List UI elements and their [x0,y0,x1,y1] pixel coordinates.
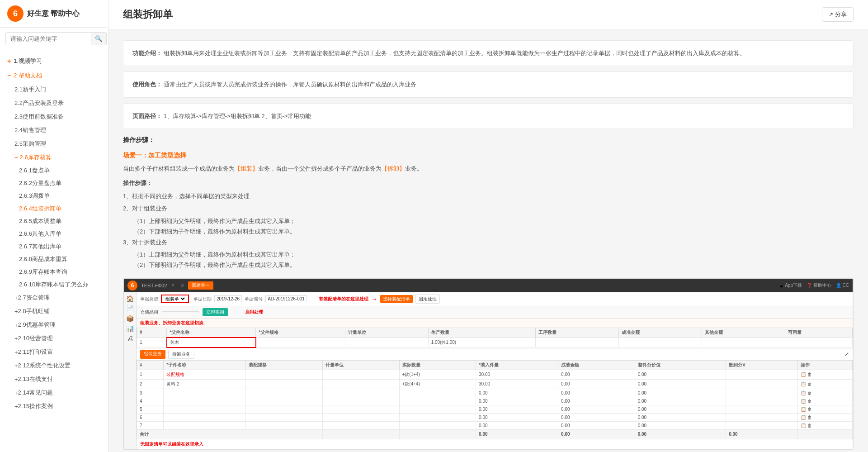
plus-icon-online: + [14,376,18,383]
bth-child-spec: 装配规格 [246,360,323,370]
search-box: 🔍 [0,28,108,50]
sidebar-item-inv264[interactable]: 2.6.4组装拆卸单 [0,202,108,215]
minus-icon-docs: − [7,72,11,79]
fake-sidebar-icon4: 📊 [126,325,134,332]
btable-row-3: 3 0.00 0.00 0.00 [137,389,853,397]
sidebar-item-video-label: 1.视频学习 [14,57,42,65]
btable-row-6: 6 0.00 0.00 0.00 [137,413,853,421]
main-content: 组装拆卸单 ↗ 分享 功能介绍： 组装拆卸单用来处理企业组装或拆卸等加工业务，支… [108,0,868,452]
sidebar-item-custom[interactable]: + 2.12系统个性化设置 [0,359,108,372]
fake-expand-icon: ⤢ [844,351,849,357]
fake-bottom-toolbar: 组装业务 拆卸业务 ⤢ [137,348,853,360]
sidebar-item-purchase[interactable]: 2.5采购管理 [0,137,108,151]
plus-icon-mobile: + [14,308,18,315]
fake-bottom-table: # *子件名称 装配规格 计量单位 实际数量 *装入件量 成准金额 整件分价值 [137,360,853,439]
intro-block: 功能介绍： 组装拆卸单用来处理企业组装或拆卸等加工业务，支持有固定装配清单的产品… [123,40,854,66]
bth-parts-val: 整件分价值 [635,360,726,370]
fake-select-bill-btn[interactable]: 选择装配清单 [380,295,413,303]
logo-text: 好生意 帮助中心 [27,9,80,19]
sidebar-item-inv269[interactable]: 2.6.9库存账本查询 [0,266,108,278]
annotation2: 组装业务、拆卸业务在这里切换 [140,320,203,326]
sidebar-item-predata[interactable]: 2.3使用前数据准备 [0,110,108,124]
sidebar-item-newbie[interactable]: 2.1新手入门 [0,83,108,96]
sidebar-item-inv268[interactable]: 2.6.8商品成本重算 [0,253,108,266]
fake-date-label: 单据日期 [193,296,212,302]
sidebar: 6 好生意 帮助中心 🔍 + 1.视频学习 − 2.帮助文档 2.1新手入门 2… [0,0,108,452]
btable-row-7: 7 0.00 0.00 0.00 [137,421,853,429]
fake-ui: 6 TEST-H002 ▼ ⚙ 新建单一 📱 App下载 ❓ 帮助中心 👤 CC [123,278,853,450]
fake-toolbar-type-box: 组装单 拆卸单 [161,295,189,303]
fake-date-value: 2019-12-26 [214,295,242,302]
sidebar-item-print[interactable]: + 2.11打印设置 [0,345,108,359]
th-prod-qty: 生产数量 [428,328,536,338]
fake-sure-btn[interactable]: 立即实用 [203,308,228,316]
fake-enable-btn[interactable]: 启用处理 [415,295,440,304]
path-text: 1、库存核算->库存管理->组装拆卸单 2、首页->常用功能 [164,113,311,119]
td-prod-qty: 1.00(共1.00) [428,338,536,347]
th-other: 其他金额 [702,328,785,338]
fake-logo: 6 [127,281,137,290]
sidebar-item-mgmt[interactable]: + 2.10经营管理 [0,332,108,345]
step3-2: （2）下部明细为子件明细，最终作为产成品生成其它入库单。 [123,260,854,270]
sidebar-item-inv267[interactable]: 2.6.7其他出库单 [0,240,108,253]
operations-title: 操作步骤： [123,136,854,144]
fake-ui-topbar: 6 TEST-H002 ▼ ⚙ 新建单一 📱 App下载 ❓ 帮助中心 👤 CC [124,279,853,292]
annotation4-row: 无固定清单可以组装在这里录入 [137,439,853,449]
fake-bottom-tabs: 组装业务 拆卸业务 [140,350,194,359]
td-num: 1 [137,338,167,347]
sidebar-item-inv2610[interactable]: 2.6.10库存账本错了怎么办 [0,278,108,291]
scenario1-desc: 当由多个子件材料组装成一个成品的业务为【组装】业务，当由一个父件拆分成多个子产品… [123,163,854,174]
sidebar-item-coupon[interactable]: + 2.9优惠券管理 [0,318,108,332]
sidebar-item-inv265[interactable]: 2.6.5成本调整单 [0,215,108,228]
sidebar-item-video[interactable]: + 1.视频学习 [0,54,108,68]
plus-icon-print: + [14,349,18,356]
sidebar-header: 6 好生意 帮助中心 [0,0,108,28]
bth-ops: 操作 [798,360,853,370]
fake-main-content: 单据类型 组装单 拆卸单 单据日期 2019-12-26 单据编号 [137,292,853,449]
sidebar-item-inventory[interactable]: − 2.6库存核算 [0,151,108,164]
plus-icon-mgmt: + [14,335,18,342]
sidebar-item-cases[interactable]: + 2.15操作案例 [0,400,108,413]
th-cost: 成准金额 [619,328,702,338]
step3-1: （1）上部明细为父件明细，最终作为原材料生成其它出库单； [123,249,854,260]
td-parent-name: 关木 [167,338,256,347]
content-area: 功能介绍： 组装拆卸单用来处理企业组装或拆卸等加工业务，支持有固定装配清单的产品… [108,29,868,452]
screenshot-container: 6 TEST-H002 ▼ ⚙ 新建单一 📱 App下载 ❓ 帮助中心 👤 CC [123,278,854,450]
minus-icon-inventory: − [14,154,18,161]
fake-top-table: # *父件名称 *父件规格 计量单位 生产数量 工序数量 成准金额 其他金额 [137,328,853,348]
fake-type-select[interactable]: 组装单 拆卸单 [164,296,186,302]
sidebar-item-mobile[interactable]: + 2.8手机旺铺 [0,305,108,318]
sidebar-item-install[interactable]: 2.2产品安装及登录 [0,96,108,110]
highlight-disassemble: 【拆卸】 [382,165,405,172]
sidebar-item-docs[interactable]: − 2.帮助文档 [0,68,108,83]
sidebar-item-inv266[interactable]: 2.6.6其他入库单 [0,228,108,240]
role-text: 通常由生产人员或库管人员完成拆装业务的操作，库管人员确认原材料的出库和产成品的入… [164,81,416,88]
fake-tab-bottom-inactive: 拆卸业务 [168,350,194,359]
bth-divv: 数到分V [726,360,798,370]
fake-sidebar-mini: 🏠 📄 📦 📊 🖨 [124,292,137,449]
sidebar-item-inv263[interactable]: 2.6.3调拨单 [0,190,108,202]
sidebar-item-inv262[interactable]: 2.6.2分量盘点单 [0,177,108,190]
th-avail: 可用量 [785,328,852,338]
td-other [702,338,785,347]
search-input[interactable] [5,32,91,45]
sidebar-nav: + 1.视频学习 − 2.帮助文档 2.1新手入门 2.2产品安装及登录 2.3… [0,50,108,452]
operations-section: 操作步骤： 场景一：加工类型选择 当由多个子件材料组装成一个成品的业务为【组装】… [123,136,854,450]
step1: 1、根据不同的业务，选择不同单据的类型来处理 [123,191,854,201]
sidebar-item-faq[interactable]: + 2.14常见问题 [0,386,108,400]
fake-toolbar: 单据类型 组装单 拆卸单 单据日期 2019-12-26 单据编号 [137,292,853,306]
search-button[interactable]: 🔍 [91,32,107,45]
sidebar-item-online[interactable]: + 2.13在线支付 [0,372,108,386]
bth-parts-qty: *装入件量 [476,360,558,370]
sidebar-item-sales[interactable]: 2.4销售管理 [0,124,108,137]
steps-title: 操作步骤： [123,178,854,188]
scenario1-title: 场景一：加工类型选择 [123,152,854,160]
bth-unit: 计量单位 [322,360,399,370]
main-header: 组装拆卸单 ↗ 分享 [108,0,868,29]
td-unit [345,338,428,347]
sidebar-item-finance[interactable]: + 2.7资金管理 [0,291,108,305]
fake-title: TEST-H002 [141,283,167,288]
sidebar-item-docs-label: 2.帮助文档 [14,71,42,80]
share-button[interactable]: ↗ 分享 [822,7,854,22]
sidebar-item-inv261[interactable]: 2.6.1盘点单 [0,164,108,177]
